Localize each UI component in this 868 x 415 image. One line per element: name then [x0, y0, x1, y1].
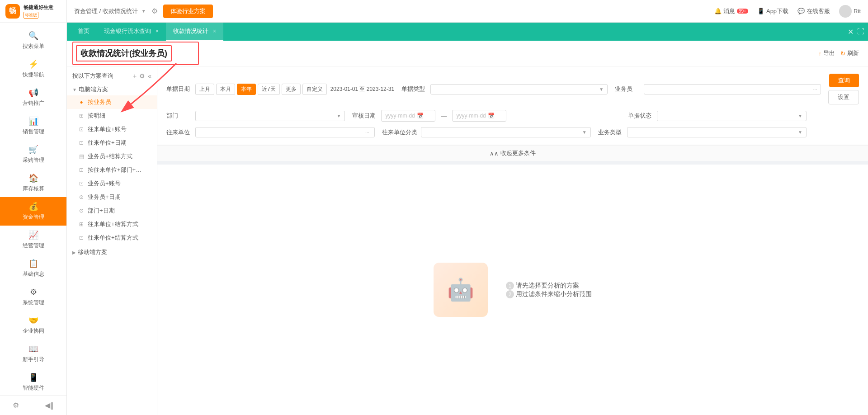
date-btn-7days[interactable]: 近7天: [258, 84, 280, 95]
sidebar-item-operations[interactable]: 📈 经营管理: [0, 226, 66, 254]
sidebar-item-purchase[interactable]: 🛒 采购管理: [0, 140, 66, 169]
tree-item-dept-date[interactable]: ⊙ 部门+日期: [67, 204, 157, 217]
collapse-panel-icon[interactable]: «: [148, 72, 151, 80]
bill-type-select[interactable]: ▼: [430, 84, 608, 94]
topbar-gear-icon[interactable]: ⚙: [151, 7, 158, 15]
settings-button[interactable]: 设置: [828, 90, 859, 104]
audit-date-start[interactable]: yyyy-mm-dd 📅: [381, 110, 435, 122]
business-type-select[interactable]: ▼: [627, 127, 807, 137]
tree-group-mobile-toggle[interactable]: ▶ 移动端方案: [67, 246, 157, 258]
tree-item-detail[interactable]: ⊞ 按明细: [67, 109, 157, 123]
date-btn-last-month[interactable]: 上月: [195, 84, 214, 95]
tree-item-salesman[interactable]: ● 按业务员: [67, 95, 157, 109]
sidebar-item-system[interactable]: ⚙ 系统管理: [0, 283, 66, 311]
messages-action[interactable]: 🔔 消息 99+: [714, 7, 748, 15]
settings-bottom-icon[interactable]: ⚙: [13, 401, 19, 410]
audit-date-end[interactable]: yyyy-mm-dd 📅: [452, 110, 506, 122]
counterparty-select[interactable]: ···: [195, 127, 375, 137]
counterparty-class-select[interactable]: ▼: [421, 127, 590, 137]
date-btn-this-month[interactable]: 本月: [216, 84, 235, 95]
tree-item-unit-settle2[interactable]: ⊡ 往来单位+结算方式: [67, 231, 157, 245]
bill-status-select[interactable]: ▼: [657, 111, 807, 121]
right-panel: 单据日期 上月 本月 本年 近7天 更多 自定义 2023-01-01 至 20…: [157, 66, 868, 415]
hardware-icon: 📱: [28, 373, 38, 382]
operations-icon: 📈: [28, 230, 38, 240]
tab-maximize-icon[interactable]: ⛶: [857, 28, 864, 36]
refresh-button[interactable]: ↻ 刷新: [840, 49, 859, 57]
tree-item-unit-settle1[interactable]: ⊞ 往来单位+结算方式: [67, 217, 157, 231]
tab-bank-flow-close[interactable]: ×: [156, 28, 159, 34]
export-button[interactable]: ↑ 导出: [819, 49, 835, 57]
purchase-icon: 🛒: [28, 145, 38, 155]
salesman-dropdown-icon: ···: [813, 87, 817, 92]
filter-item-date: 单据日期 上月 本月 本年 近7天 更多 自定义 2023-01-01 至 20…: [166, 84, 394, 95]
sidebar-item-label: 经营管理: [23, 242, 44, 250]
tree-item-unit-dept[interactable]: ⊡ 按往来单位+部门+收...: [67, 163, 157, 177]
tree-group-desktop-toggle[interactable]: ▼ 电脑端方案: [67, 84, 157, 95]
tree-item-salesman-account[interactable]: ⊡ 业务员+账号: [67, 177, 157, 190]
sidebar-item-base[interactable]: 📋 基础信息: [0, 254, 66, 283]
panel-header-label: 按以下方案查询: [72, 72, 113, 80]
tree-item-label: 往来单位+结算方式: [88, 220, 138, 228]
sidebar-item-label: 企业协同: [23, 327, 44, 335]
refresh-icon: ↻: [840, 50, 845, 57]
sales-icon: 📊: [28, 116, 38, 126]
tree-item-label: 往来单位+账号: [88, 125, 127, 133]
tree-item-salesman-settle[interactable]: ▤ 业务员+结算方式: [67, 150, 157, 163]
date-btn-more[interactable]: 更多: [282, 84, 301, 95]
unit-account-icon: ⊡: [78, 126, 85, 133]
tab-collection-stats-label: 收款情况统计: [173, 27, 208, 35]
audit-date-start-placeholder: yyyy-mm-dd: [385, 113, 415, 119]
calendar-icon: 📅: [417, 113, 424, 119]
tab-bank-flow[interactable]: 现金银行流水查询 ×: [97, 23, 166, 41]
empty-tip-2: 2 用过滤条件来缩小分析范围: [506, 290, 592, 298]
user-menu[interactable]: Rit: [839, 5, 861, 18]
online-service-action[interactable]: 💬 在线客服: [797, 7, 830, 15]
collapse-bar[interactable]: ∧∧ 收起更多条件: [157, 145, 868, 161]
calendar-icon-2: 📅: [488, 113, 495, 119]
salesman-select[interactable]: ···: [644, 84, 821, 94]
counterparty-class-dropdown-icon: ▼: [582, 130, 587, 135]
dept-date-icon: ⊙: [78, 207, 85, 214]
sidebar-item-finance[interactable]: 💰 资金管理: [0, 197, 66, 226]
add-scheme-icon[interactable]: +: [133, 72, 137, 80]
sidebar-item-marketing[interactable]: 📢 营销推广: [0, 83, 66, 112]
sidebar-item-label: 新手引导: [23, 356, 44, 363]
salesman-filter-label: 业务员: [615, 85, 640, 93]
breadcrumb-dropdown-icon[interactable]: ▼: [142, 9, 146, 14]
app-icon: 📱: [757, 8, 764, 14]
tab-collection-stats-close[interactable]: ×: [213, 28, 216, 34]
sidebar-item-quicknav[interactable]: ⚡ 快捷导航: [0, 55, 66, 83]
tree-item-salesman-date[interactable]: ⊙ 业务员+日期: [67, 190, 157, 204]
trial-industry-button[interactable]: 体验行业方案: [163, 5, 213, 18]
sidebar-item-enterprise[interactable]: 🤝 企业协同: [0, 311, 66, 340]
sidebar-item-search[interactable]: 🔍 搜索菜单: [0, 26, 66, 55]
query-button[interactable]: 查询: [829, 74, 859, 87]
tree-item-label: 按往来单位+部门+收...: [88, 166, 146, 174]
date-btn-custom[interactable]: 自定义: [302, 84, 327, 95]
scheme-settings-icon[interactable]: ⚙: [139, 72, 145, 80]
panel-header: 按以下方案查询 + ⚙ «: [67, 72, 157, 84]
unit-settle1-icon: ⊞: [78, 221, 85, 228]
tree-item-unit-date[interactable]: ⊡ 往来单位+日期: [67, 136, 157, 150]
tab-home[interactable]: 首页: [71, 23, 97, 41]
empty-content: 🤖 1 请先选择要分析的方案 2 用过滤条件来缩小分析范围: [434, 263, 592, 317]
sidebar-item-sales[interactable]: 📊 销售管理: [0, 112, 66, 140]
breadcrumb: 资金管理 / 收款情况统计 ▼: [74, 7, 146, 15]
tab-collection-stats[interactable]: 收款情况统计 ×: [166, 23, 223, 41]
sidebar-item-hardware[interactable]: 📱 智能硬件: [0, 368, 66, 395]
tab-close-all-icon[interactable]: ✕: [848, 28, 854, 36]
sidebar-bottom: ⚙ ◀‖: [0, 395, 66, 415]
sidebar-item-inventory[interactable]: 🏠 库存核算: [0, 169, 66, 197]
date-btn-this-year[interactable]: 本年: [237, 84, 256, 95]
sidebar-item-label: 智能硬件: [23, 384, 44, 392]
business-type-dropdown-icon: ▼: [798, 130, 802, 135]
collapse-sidebar-icon[interactable]: ◀‖: [45, 401, 54, 410]
sidebar-item-newbie[interactable]: 📖 新手引导: [0, 340, 66, 368]
app-download-action[interactable]: 📱 App下载: [757, 7, 788, 15]
dept-select[interactable]: ▼: [195, 111, 345, 121]
tree-item-label: 业务员+账号: [88, 179, 121, 188]
bill-type-label: 单据类型: [401, 85, 427, 93]
sidebar-item-label: 库存核算: [23, 185, 44, 193]
tree-item-unit-account[interactable]: ⊡ 往来单位+账号: [67, 123, 157, 136]
